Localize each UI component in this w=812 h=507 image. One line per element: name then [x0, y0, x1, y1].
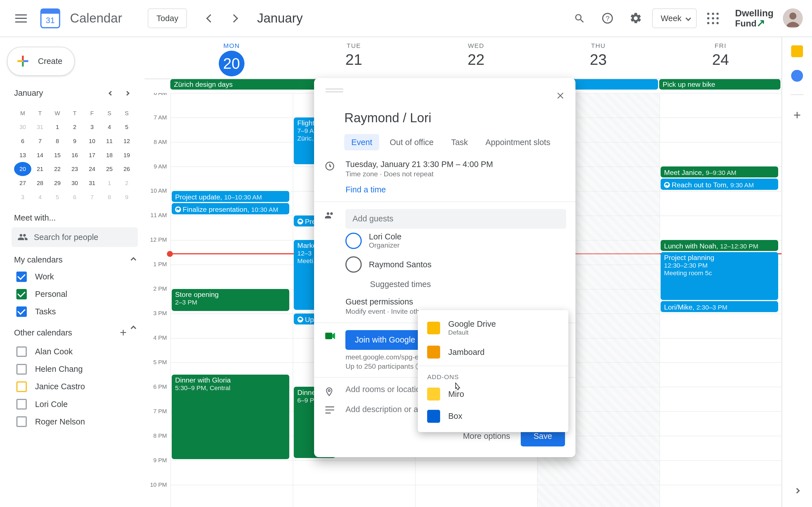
mini-day[interactable]: 10 [84, 134, 101, 148]
my-calendars-header[interactable]: My calendars [2, 249, 145, 268]
time-cell[interactable] [659, 142, 782, 166]
time-cell[interactable] [170, 314, 293, 338]
calendar-event[interactable]: Project update, 10–10:30 AM [172, 191, 289, 202]
time-cell[interactable] [659, 387, 782, 411]
day-column-header[interactable]: FRI24 [659, 37, 782, 78]
time-cell[interactable] [170, 216, 293, 240]
mini-day[interactable]: 7 [84, 190, 101, 204]
calendar-event[interactable]: Store opening2–3 PM [172, 289, 289, 311]
other-calendars-header[interactable]: Other calendars + [2, 321, 145, 343]
mini-day[interactable]: 7 [31, 134, 49, 148]
time-cell[interactable] [415, 460, 538, 485]
time-cell[interactable] [659, 117, 782, 142]
time-cell[interactable] [170, 240, 293, 265]
calendar-event[interactable]: Reach out to Tom, 9:30 AM [661, 179, 778, 189]
event-datetime[interactable]: Tuesday, January 21 3:30 PM – 4:00 PM [345, 160, 566, 169]
mini-day[interactable]: 28 [31, 176, 49, 190]
mini-day[interactable]: 9 [66, 134, 84, 148]
calendar-event[interactable]: Lori/Mike, 2:30–3 PM [661, 301, 778, 312]
time-cell[interactable] [659, 460, 782, 485]
mini-day[interactable]: 23 [66, 162, 84, 176]
mini-day[interactable]: 30 [66, 176, 84, 190]
time-cell[interactable] [170, 338, 293, 362]
day-column-header[interactable]: MON20 [170, 37, 293, 78]
calendar-event[interactable]: Finalize presentation, 10:30 AM [172, 203, 289, 214]
time-cell[interactable] [659, 485, 782, 507]
mini-day[interactable]: 13 [14, 148, 32, 162]
add-guests-input[interactable]: Add guests [345, 209, 566, 229]
view-selector[interactable]: Week [652, 8, 697, 28]
today-button[interactable]: Today [148, 8, 187, 28]
day-column-header[interactable]: WED22 [415, 37, 538, 78]
calendar-toggle[interactable]: Roger Nelson [2, 413, 145, 431]
time-cell[interactable] [170, 166, 293, 191]
event-type-tab[interactable]: Appointment slots [478, 134, 557, 151]
more-options-button[interactable]: More options [463, 432, 510, 441]
time-cell[interactable] [293, 460, 415, 485]
mini-day[interactable]: 26 [118, 162, 136, 176]
allday-cell[interactable]: Pick up new bike [659, 79, 781, 93]
mini-day[interactable]: 6 [66, 190, 84, 204]
mini-day[interactable]: 25 [101, 162, 118, 176]
join-google-meet-button[interactable]: Join with Google [345, 330, 424, 350]
time-cell[interactable] [170, 485, 293, 507]
search-button[interactable] [568, 7, 591, 30]
time-cell[interactable] [170, 460, 293, 485]
time-cell[interactable] [537, 485, 659, 507]
mini-day[interactable]: 2 [66, 120, 84, 134]
time-cell[interactable] [293, 485, 415, 507]
mini-day[interactable]: 4 [101, 120, 118, 134]
time-cell[interactable] [659, 314, 782, 338]
meet-link[interactable]: meet.google.com/spg-eg [345, 353, 422, 361]
mini-day[interactable]: 29 [49, 176, 66, 190]
calendar-toggle[interactable]: Tasks [2, 303, 145, 321]
close-dialog-button[interactable] [551, 86, 569, 105]
mini-day[interactable]: 27 [14, 176, 32, 190]
event-type-tab[interactable]: Out of office [383, 134, 441, 151]
event-tz-repeat[interactable]: Time zone · Does not repeat [345, 170, 566, 178]
calendar-toggle[interactable]: Lori Cole [2, 395, 145, 413]
mini-day[interactable]: 2 [118, 176, 136, 190]
mini-day[interactable]: 31 [31, 120, 49, 134]
account-avatar[interactable] [783, 8, 803, 28]
mini-day[interactable]: 17 [84, 148, 101, 162]
find-a-time-link[interactable]: Find a time [345, 185, 386, 194]
add-calendar-button[interactable]: + [120, 326, 126, 339]
time-cell[interactable] [170, 142, 293, 166]
keep-addon-icon[interactable] [791, 45, 803, 57]
mini-day[interactable]: 21 [31, 162, 49, 176]
mini-day[interactable]: 1 [49, 120, 66, 134]
mini-day[interactable]: 1 [101, 176, 118, 190]
time-cell[interactable] [537, 460, 659, 485]
calendar-toggle[interactable]: Alan Cook [2, 343, 145, 360]
mini-day[interactable]: 6 [14, 134, 32, 148]
support-button[interactable]: ? [596, 7, 619, 30]
mini-day[interactable]: 16 [66, 148, 84, 162]
calendar-toggle[interactable]: Work [2, 268, 145, 286]
mini-day[interactable]: 18 [101, 148, 118, 162]
allday-event[interactable]: Pick up new bike [659, 79, 780, 89]
create-button[interactable]: Create [7, 47, 75, 76]
mini-day[interactable]: 4 [31, 190, 49, 204]
prev-period-button[interactable] [199, 7, 222, 30]
calendar-event[interactable]: Dinner with Gloria5:30–9 PM, Central [172, 375, 289, 459]
calendar-event[interactable]: Meet Janice, 9–9:30 AM [661, 166, 778, 177]
mini-day[interactable]: 3 [14, 190, 32, 204]
mini-day[interactable]: 19 [118, 148, 136, 162]
mini-day[interactable]: 9 [118, 190, 136, 204]
mini-day[interactable]: 5 [49, 190, 66, 204]
mini-day[interactable]: 12 [118, 134, 136, 148]
mini-day[interactable]: 30 [14, 120, 32, 134]
calendar-event[interactable]: Lunch with Noah, 12–12:30 PM [661, 240, 778, 251]
calendar-event[interactable]: Project planning12:30–2:30 PMMeeting roo… [661, 252, 778, 300]
attachment-source-item[interactable]: Box [418, 405, 568, 428]
settings-button[interactable] [624, 7, 647, 30]
event-type-tab[interactable]: Task [444, 134, 475, 151]
mini-day[interactable]: 8 [49, 134, 66, 148]
day-column-header[interactable]: THU23 [537, 37, 659, 78]
mini-day[interactable]: 11 [101, 134, 118, 148]
mini-day[interactable]: 5 [118, 120, 136, 134]
day-column-header[interactable]: TUE21 [293, 37, 415, 78]
attachment-source-item[interactable]: Jamboard [418, 341, 568, 363]
mini-day[interactable]: 3 [84, 120, 101, 134]
